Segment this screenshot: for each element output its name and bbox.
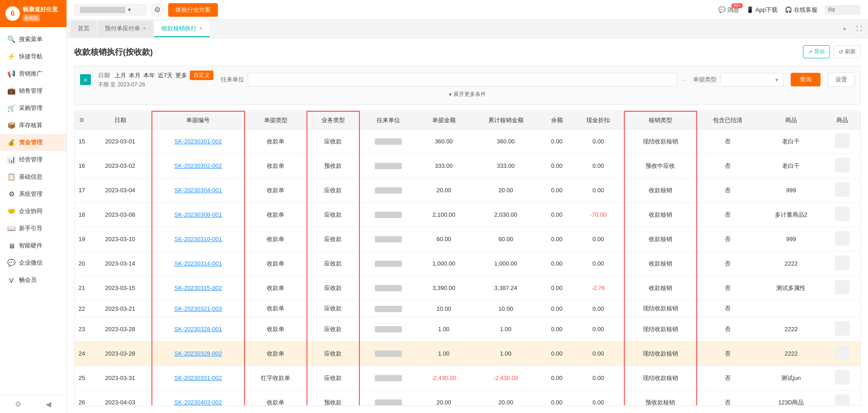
sidebar-item-快捷导航[interactable]: ⚡ 快捷导航: [0, 48, 66, 65]
date-this-month[interactable]: 本月: [129, 71, 141, 80]
cell-order-no: SK-20230308-001: [152, 203, 245, 227]
sidebar-icon: V: [7, 276, 15, 284]
date-more[interactable]: 更多: [175, 71, 187, 80]
sidebar-item-资金管理[interactable]: 💰 资金管理: [0, 134, 66, 151]
order-no-link[interactable]: SK-20230310-001: [174, 236, 222, 242]
company-text: [80, 7, 125, 13]
sidebar-item-销售管理[interactable]: 💼 销售管理: [0, 82, 66, 100]
cell-order-no: SK-20230321-003: [152, 300, 245, 317]
sidebar-item-库存核算[interactable]: 📦 库存核算: [0, 117, 66, 134]
message-icon: 💬: [718, 6, 726, 13]
sidebar-item-企业微信[interactable]: 💬 企业微信: [0, 254, 66, 271]
cell-writeoff-amount: 333.00: [471, 154, 541, 178]
order-no-link[interactable]: SK-20230403-002: [174, 399, 222, 406]
export-btn[interactable]: ↗ 导出: [803, 45, 830, 58]
tab-prepay[interactable]: 预付单应付单 ×: [98, 21, 153, 37]
cell-biz-type: 应收款: [307, 276, 359, 300]
type-select[interactable]: ▾: [720, 73, 783, 86]
order-no-link[interactable]: SK-20230328-002: [174, 350, 222, 357]
order-no-link[interactable]: SK-20230315-002: [174, 285, 222, 291]
user-menu[interactable]: Rit: [825, 5, 861, 15]
sidebar-icon: 💼: [7, 87, 15, 95]
cell-discount: 0.00: [572, 252, 624, 276]
cell-order-no: SK-20230301-002: [152, 129, 245, 154]
type-label: 单据类型: [693, 76, 717, 84]
cell-unit: [359, 317, 417, 342]
filter-settings-btn[interactable]: 设置: [828, 72, 855, 87]
blurred-unit: [375, 187, 402, 194]
date-custom[interactable]: 自定义: [190, 71, 213, 80]
cell-discount: 0.00: [572, 300, 624, 317]
date-this-year[interactable]: 本年: [143, 71, 155, 80]
table-row: 24 2023-03-28 SK-20230328-002 收款单 应收款 1.…: [75, 342, 860, 366]
top-header: ▾ ⚙ 体验行业方案 💬 消息 99+ 📱 App下载 🎧 在线客服 Rit: [67, 0, 868, 20]
cell-unit: [359, 227, 417, 252]
page-title-actions: ↗ 导出 ↺ 刷新: [803, 45, 861, 58]
sidebar-item-畅会员[interactable]: V 畅会员: [0, 271, 66, 289]
cell-writeoff-type: 收款核销: [624, 227, 696, 252]
order-no-link[interactable]: SK-20230301-002: [174, 138, 222, 145]
order-no-link[interactable]: SK-20230304-001: [174, 187, 222, 194]
sidebar-icon: 💬: [7, 259, 15, 267]
sidebar-icon: 📋: [7, 173, 15, 181]
app-download-btn[interactable]: 📱 App下载: [746, 6, 778, 14]
refresh-btn[interactable]: ↺ 刷新: [834, 45, 861, 58]
sidebar-item-经营管理[interactable]: 📊 经营管理: [0, 151, 66, 168]
tab-close-all-btn[interactable]: ×: [839, 24, 850, 34]
page-content: 收款核销执行(按收款) ↗ 导出 ↺ 刷新 » 日期 上月: [67, 38, 868, 413]
tab-home-label: 首页: [78, 24, 90, 33]
order-no-link[interactable]: SK-20230302-002: [174, 162, 222, 169]
col-biz-type: 业务类型: [307, 111, 359, 129]
cell-writeoff-amount: 20.00: [471, 390, 541, 406]
unit-input[interactable]: [248, 73, 677, 86]
service-btn[interactable]: 🎧 在线客服: [785, 6, 817, 14]
notification-btn[interactable]: 💬 消息 99+: [718, 6, 739, 14]
header-settings-btn[interactable]: ⚙: [150, 3, 165, 17]
sidebar-collapse-btn[interactable]: ◀: [35, 400, 62, 408]
order-no-link[interactable]: SK-20230308-001: [174, 211, 222, 218]
company-selector[interactable]: ▾: [74, 4, 146, 15]
date-prev-month[interactable]: 上月: [114, 71, 126, 80]
order-no-link[interactable]: SK-20230328-001: [174, 326, 222, 332]
sidebar-item-企业协同[interactable]: 🤝 企业协同: [0, 203, 66, 220]
cell-order-no: SK-20230403-002: [152, 390, 245, 406]
order-no-link[interactable]: SK-20230314-001: [174, 260, 222, 267]
tab-home[interactable]: 首页: [71, 21, 97, 37]
order-no-link[interactable]: SK-20230321-003: [174, 305, 222, 312]
cell-seq: 20: [75, 252, 89, 276]
sidebar-item-采购管理[interactable]: 🛒 采购管理: [0, 100, 66, 117]
sidebar-item-系统管理[interactable]: ⚙ 系统管理: [0, 185, 66, 203]
cell-balance: 0.00: [541, 342, 573, 366]
sidebar-item-基础信息[interactable]: 📋 基础信息: [0, 168, 66, 185]
cell-date: 2023-03-28: [89, 317, 152, 342]
date-7days[interactable]: 近7天: [158, 71, 173, 80]
cell-balance: 0.00: [541, 178, 573, 203]
tab-maximize-btn[interactable]: ⛶: [854, 24, 864, 34]
cell-product-img: [824, 317, 860, 342]
tab-writeoff-close[interactable]: ×: [199, 25, 203, 32]
sidebar-item-搜索菜单[interactable]: 🔍 搜索菜单: [0, 31, 66, 48]
expand-more-btn[interactable]: ▾ 展开更多条件: [80, 89, 855, 100]
sidebar-item-营销推广[interactable]: 📢 营销推广: [0, 65, 66, 82]
tab-writeoff[interactable]: 收款核销执行 ×: [154, 21, 210, 37]
sidebar-item-新手引导[interactable]: 📖 新手引导: [0, 220, 66, 237]
col-settings[interactable]: ⚙: [75, 111, 89, 129]
order-no-link[interactable]: SK-20230331-002: [174, 375, 222, 381]
sidebar-item-智能硬件[interactable]: 🖥 智能硬件: [0, 237, 66, 254]
cell-date: 2023-04-03: [89, 390, 152, 406]
tab-prepay-close[interactable]: ×: [143, 25, 146, 32]
cell-order-no: SK-20230328-002: [152, 342, 245, 366]
logo-icon: 6: [5, 6, 20, 21]
industry-btn[interactable]: 体验行业方案: [168, 3, 218, 17]
cell-product: 老白干: [758, 129, 825, 154]
cell-included: 否: [697, 317, 758, 342]
top-header-left: ▾ ⚙ 体验行业方案: [74, 3, 713, 17]
page-title-row: 收款核销执行(按收款) ↗ 导出 ↺ 刷新: [74, 45, 861, 58]
table-container: ⚙ 日期 单据编号 单据类型 业务类型 往来单位 单据金额 累计核销金额 余额 …: [74, 110, 861, 406]
cell-amount: 20.00: [417, 178, 471, 203]
sidebar-logo: 6 畅康道好生意 标推版: [0, 0, 66, 27]
sidebar-settings-btn[interactable]: ⚙: [5, 400, 32, 408]
cell-product-img: [824, 252, 860, 276]
filter-toggle-btn[interactable]: »: [80, 74, 91, 85]
query-btn[interactable]: 查询: [791, 73, 821, 86]
